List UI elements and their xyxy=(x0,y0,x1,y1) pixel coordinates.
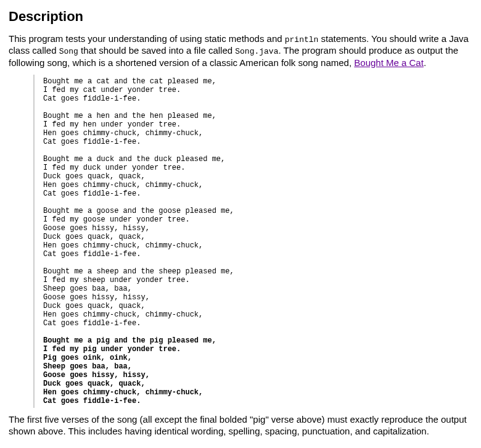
song-block: Bought me a cat and the cat pleased me, … xyxy=(33,75,472,408)
song-stanza: Bought me a duck and the duck pleased me… xyxy=(43,155,472,198)
song-stanza: Bought me a goose and the goose pleased … xyxy=(43,207,472,259)
song-stanza: Bought me a sheep and the sheep pleased … xyxy=(43,267,472,328)
code-song: Song xyxy=(59,47,78,56)
song-stanza: Bought me a cat and the cat pleased me, … xyxy=(43,77,472,103)
intro-text: that should be saved into a file called xyxy=(78,45,235,56)
bought-me-a-cat-link[interactable]: Bought Me a Cat xyxy=(354,57,424,68)
intro-text: . xyxy=(424,57,426,68)
intro-text: This program tests your understanding of… xyxy=(9,33,285,44)
code-songjava: Song.java xyxy=(235,47,278,56)
code-println: println xyxy=(285,35,319,44)
song-stanza: Bought me a hen and the hen pleased me, … xyxy=(43,112,472,146)
intro-paragraph: This program tests your understanding of… xyxy=(9,33,472,68)
page-heading: Description xyxy=(9,9,472,25)
outro-paragraph: The first five verses of the song (all e… xyxy=(9,414,472,438)
song-stanza: Bought me a pig and the pig pleased me, … xyxy=(43,336,472,405)
